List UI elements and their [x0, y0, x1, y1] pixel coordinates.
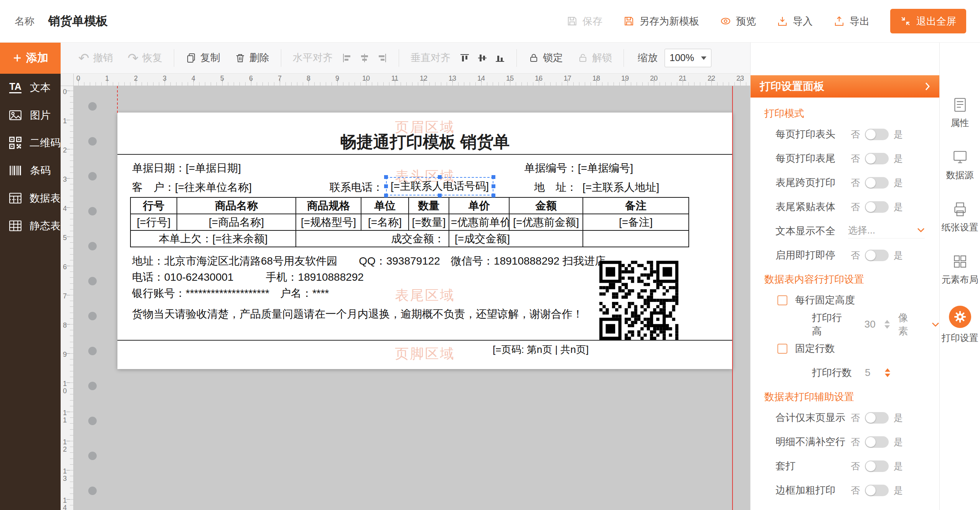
sidebar-item-static-table[interactable]: 静态表	[0, 212, 61, 240]
import-button[interactable]: 导入	[777, 15, 813, 28]
trash-icon	[235, 53, 246, 63]
lock-button[interactable]: 锁定	[528, 51, 563, 65]
toggle-header-every-page[interactable]	[865, 129, 889, 140]
table-cell[interactable]: [=名称]	[361, 214, 409, 230]
toggle-bold-border-print[interactable]	[865, 485, 889, 496]
table-header-cell[interactable]: 商品规格	[296, 197, 361, 214]
title-divider-line[interactable]	[117, 154, 733, 155]
table-cell-total-label[interactable]: 成交金额：	[296, 230, 449, 247]
preview-button[interactable]: 预览	[720, 15, 756, 28]
table-cell[interactable]: [=数量]	[409, 214, 449, 230]
checkbox-fixed-row-height[interactable]	[777, 295, 787, 305]
text-overflow-select[interactable]: 选择...	[848, 224, 925, 238]
unlock-button[interactable]: 解锁	[577, 51, 612, 65]
field-customer[interactable]: 客 户：[=往来单位名称]	[132, 180, 252, 195]
ruler-number: 4	[191, 75, 195, 83]
align-left-button[interactable]	[342, 53, 352, 63]
copy-button[interactable]: 复制	[186, 51, 220, 65]
checkbox-fixed-row-count[interactable]	[777, 344, 787, 354]
sidebar-item-image[interactable]: 图片	[0, 101, 61, 129]
selected-element-phone[interactable]: [=主联系人电话号码]	[386, 177, 493, 195]
template-name: 销货单模板	[48, 13, 108, 29]
save-as-template-button[interactable]: 另存为新模板	[623, 15, 699, 28]
align-middle-button[interactable]	[477, 53, 487, 63]
template-data-table[interactable]: 行号 商品名称 商品规格 单位 数量 单价 金额 备注 [=行号] [=商品名称…	[130, 197, 689, 247]
table-cell[interactable]: =优惠前单价	[449, 214, 509, 230]
selection-handle[interactable]	[384, 184, 388, 188]
field-bill-no[interactable]: 单据编号：[=单据编号]	[524, 161, 633, 176]
table-cell-empty[interactable]	[583, 230, 689, 247]
selection-handle[interactable]	[438, 175, 442, 179]
toggle-total-last-page-only[interactable]	[865, 412, 889, 424]
qr-code-image[interactable]	[599, 261, 678, 340]
footer-line-bank[interactable]: 银行账号：******************** 户名：****	[132, 286, 329, 301]
table-header-cell[interactable]: 数量	[409, 197, 449, 214]
zoom-select[interactable]: 100%	[665, 49, 711, 67]
row-count-stepper[interactable]	[885, 368, 890, 377]
field-phone-label[interactable]: 联系电话：	[330, 180, 383, 195]
align-center-horizontal-button[interactable]	[360, 53, 370, 63]
table-cell[interactable]: [=行号]	[130, 214, 177, 230]
table-header-cell[interactable]: 行号	[130, 197, 177, 214]
footer-divider-line[interactable]	[117, 340, 733, 341]
toggle-instant-print-stop[interactable]	[865, 250, 889, 261]
strip-item-paper-settings[interactable]: 纸张设置	[942, 201, 978, 233]
unit-select-chevron-icon[interactable]	[932, 322, 939, 327]
toggle-overlay-print[interactable]	[865, 460, 889, 472]
table-cell[interactable]: [=商品名称]	[177, 214, 296, 230]
toggle-fill-empty-rows[interactable]	[865, 436, 889, 448]
undo-button[interactable]: ↶ 撤销	[78, 51, 113, 65]
table-cell-owe[interactable]: 本单上欠：[=往来余额]	[130, 230, 296, 247]
align-bottom-button[interactable]	[495, 53, 505, 63]
selection-handle[interactable]	[492, 175, 495, 179]
selection-handle[interactable]	[438, 194, 442, 197]
footer-line-address[interactable]: 地址：北京市海淀区北清路68号用友软件园 QQ：393879122 微信号：18…	[132, 254, 605, 268]
redo-button[interactable]: ↷ 恢复	[128, 51, 163, 65]
selection-handle[interactable]	[384, 175, 388, 179]
template-title[interactable]: 畅捷通打印模板 销货单	[117, 131, 733, 153]
table-cell-total-value[interactable]: [=成交金额]	[449, 230, 583, 247]
toggle-footer-cross-page[interactable]	[865, 177, 889, 189]
footer-line-phone[interactable]: 电话：010-62430001 手机：18910888292	[132, 270, 364, 285]
sidebar-item-data-table[interactable]: 数据表	[0, 184, 61, 212]
collapse-panel-icon[interactable]	[925, 82, 930, 91]
strip-item-element-layout[interactable]: 元素布局	[942, 253, 978, 286]
table-cell[interactable]: [=备注]	[583, 214, 689, 230]
table-header-cell[interactable]: 单价	[449, 197, 509, 214]
strip-item-print-settings[interactable]: 打印设置	[942, 306, 978, 344]
ruler-number: 7	[278, 75, 282, 83]
template-page[interactable]: 页眉区域 表头区域 表尾区域 页脚区域 畅捷通打印模板 销货单 单据日期：[=单…	[117, 113, 733, 369]
toggle-footer-close-to-body[interactable]	[865, 201, 889, 213]
margin-guide-left	[117, 86, 118, 113]
table-header-cell[interactable]: 单位	[361, 197, 409, 214]
footer-line-notice[interactable]: 货物当天请验收清楚，产品质量问题请在一个月内退换，逾期概不负责，还望谅解，谢谢合…	[132, 307, 583, 321]
selection-handle[interactable]	[492, 194, 495, 197]
save-button[interactable]: 保存	[566, 15, 602, 28]
toggle-footer-every-page[interactable]	[865, 153, 889, 164]
page-number-token[interactable]: [=页码: 第n页 | 共n页]	[493, 343, 589, 356]
delete-button[interactable]: 删除	[235, 51, 269, 65]
sidebar-item-barcode[interactable]: 条码	[0, 157, 61, 184]
field-bill-date[interactable]: 单据日期：[=单据日期]	[132, 161, 241, 176]
add-element-button[interactable]: 添加	[0, 42, 61, 74]
field-address[interactable]: 地 址：[=主联系人地址]	[534, 180, 659, 195]
ruler-number: 10	[362, 75, 370, 83]
strip-item-data-source[interactable]: 数据源	[946, 149, 974, 181]
sidebar-item-text[interactable]: TA 文本	[0, 74, 61, 101]
sidebar-item-qrcode[interactable]: 二维码	[0, 129, 61, 157]
ruler-number: 0	[76, 75, 80, 83]
export-button[interactable]: 导出	[833, 15, 869, 28]
strip-item-properties[interactable]: 属性	[951, 97, 969, 129]
selection-handle[interactable]	[384, 194, 388, 197]
align-right-button[interactable]	[377, 53, 387, 63]
table-cell[interactable]: [=优惠前金额]	[509, 214, 583, 230]
align-top-button[interactable]	[460, 53, 470, 63]
row-height-stepper[interactable]	[884, 320, 890, 329]
table-header-cell[interactable]: 备注	[583, 197, 689, 214]
exit-fullscreen-button[interactable]: 退出全屏	[890, 9, 966, 33]
table-header-cell[interactable]: 金额	[509, 197, 583, 214]
lock-icon	[528, 53, 539, 63]
table-header-cell[interactable]: 商品名称	[177, 197, 296, 214]
table-cell[interactable]: [=规格型号]	[296, 214, 361, 230]
selection-handle[interactable]	[492, 184, 495, 188]
